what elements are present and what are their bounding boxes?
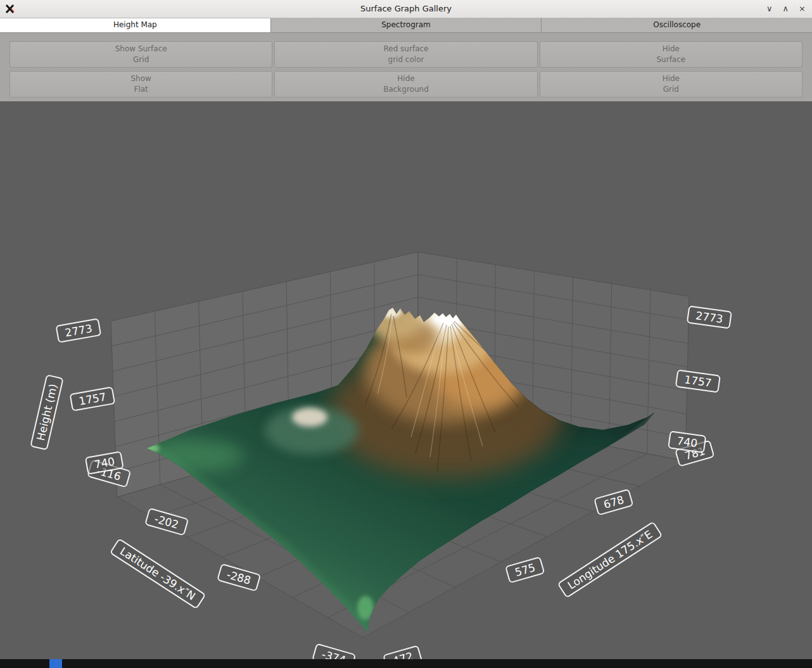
titlebar[interactable]: Surface Graph Gallery ∨ ∧ × (0, 0, 812, 18)
red-surface-grid-color-button[interactable]: Red surface grid color (274, 41, 537, 68)
window-controls: ∨ ∧ × (766, 0, 806, 18)
show-surface-grid-button[interactable]: Show Surface Grid (10, 41, 272, 68)
tab-height-map[interactable]: Height Map (0, 18, 271, 32)
button-label: Flat (134, 84, 148, 95)
tab-spectrogram[interactable]: Spectrogram (271, 18, 542, 32)
button-label: Show (130, 73, 151, 84)
button-label: Hide (397, 73, 414, 84)
button-label: Red surface (384, 44, 429, 54)
button-label: Show Surface (115, 44, 167, 54)
hide-surface-button[interactable]: Hide Surface (540, 41, 802, 68)
hide-background-button[interactable]: Hide Background (274, 71, 537, 98)
button-label: Background (383, 84, 429, 95)
button-label: Hide (663, 73, 680, 84)
window-title: Surface Graph Gallery (0, 0, 812, 18)
button-label: grid color (388, 54, 424, 65)
shade-window-icon[interactable]: ∨ (766, 0, 773, 18)
button-grid: Show Surface Grid Red surface grid color… (0, 33, 812, 98)
app-window: Surface Graph Gallery ∨ ∧ × Height Map S… (0, 0, 812, 668)
hide-grid-button[interactable]: Hide Grid (540, 71, 802, 98)
show-flat-button[interactable]: Show Flat (10, 71, 272, 98)
button-label: Grid (133, 54, 149, 65)
tab-oscilloscope[interactable]: Oscilloscope (542, 18, 812, 32)
button-label: Hide (663, 44, 680, 54)
close-window-icon[interactable]: × (799, 0, 806, 18)
desktop-taskbar[interactable] (0, 659, 812, 668)
taskbar-app-indicator[interactable] (49, 659, 62, 668)
maximize-window-icon[interactable]: ∧ (783, 0, 789, 18)
button-label: Surface (656, 54, 685, 65)
tab-bar: Height Map Spectrogram Oscilloscope (0, 18, 812, 33)
button-label: Grid (663, 84, 679, 95)
controls-panel: Show Surface Grid Red surface grid color… (0, 33, 812, 101)
